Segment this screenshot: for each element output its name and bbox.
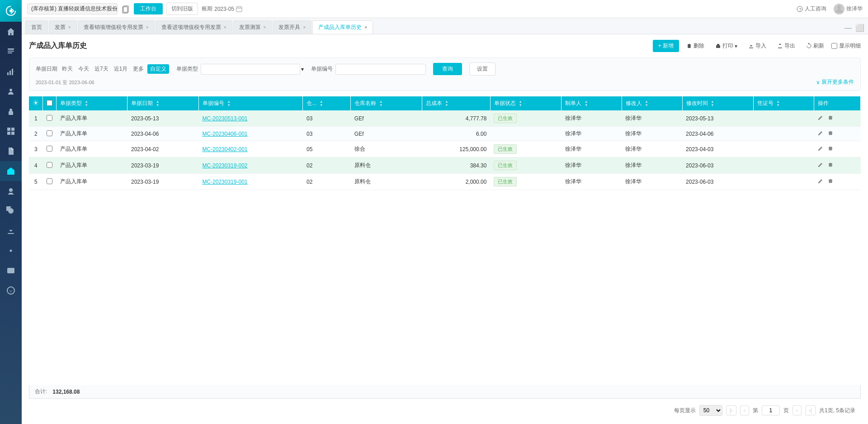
workbench-button[interactable]: 工作台 bbox=[134, 3, 163, 14]
sidebar-item-chart[interactable] bbox=[0, 62, 22, 81]
row-number[interactable]: MC-20230402-001 bbox=[198, 141, 303, 157]
row-edit-icon[interactable] bbox=[817, 178, 824, 186]
sidebar-item-accounts[interactable] bbox=[0, 81, 22, 101]
shortcut-1month[interactable]: 近1月 bbox=[112, 64, 130, 74]
tab-invoice-calc[interactable]: 发票测算 × bbox=[233, 20, 272, 34]
company-selector[interactable]: (库存核算) 直播轻娱通信息技术股份... ▾ bbox=[27, 3, 118, 14]
sidebar-item-version[interactable]: V bbox=[0, 281, 22, 300]
row-checkbox-cell[interactable] bbox=[43, 110, 57, 127]
row-number[interactable]: MC-20230319-001 bbox=[198, 174, 303, 190]
th-checkbox[interactable] bbox=[43, 96, 57, 110]
th-creator[interactable]: 制单人 ▲▼ bbox=[561, 96, 622, 110]
sidebar-item-lock[interactable] bbox=[0, 101, 22, 121]
tab-home[interactable]: 首页 bbox=[25, 20, 48, 34]
prev-page-button[interactable]: ‹ bbox=[740, 405, 749, 415]
row-delete-icon[interactable] bbox=[827, 130, 834, 138]
tab-invoice-issue-close[interactable]: × bbox=[303, 25, 306, 30]
sort-voucher-icons[interactable]: ▲▼ bbox=[776, 100, 780, 107]
row-checkbox-cell[interactable] bbox=[43, 157, 57, 174]
row-delete-icon[interactable] bbox=[827, 114, 834, 122]
th-date[interactable]: 单据日期 ▲▼ bbox=[127, 96, 198, 110]
sort-status-icons[interactable]: ▲▼ bbox=[519, 100, 522, 107]
print-button[interactable]: 打印 ▾ bbox=[712, 40, 741, 52]
sort-modifier-icons[interactable]: ▲▼ bbox=[645, 100, 648, 107]
th-voucher[interactable]: 凭证号 ▲▼ bbox=[753, 96, 814, 110]
th-status[interactable]: 单据状态 ▲▼ bbox=[490, 96, 561, 110]
sidebar-item-home[interactable] bbox=[0, 22, 22, 42]
row-checkbox-cell[interactable] bbox=[43, 174, 57, 190]
th-modifier[interactable]: 修改人 ▲▼ bbox=[622, 96, 682, 110]
th-total[interactable]: 总成本 ▲▼ bbox=[422, 96, 490, 110]
last-page-button[interactable]: ›| bbox=[805, 405, 816, 415]
row-edit-icon[interactable] bbox=[817, 130, 824, 138]
help-button[interactable]: ? 人工咨询 bbox=[797, 5, 826, 13]
delete-button[interactable]: 删除 bbox=[683, 40, 708, 52]
row-edit-icon[interactable] bbox=[817, 162, 824, 169]
sidebar-item-warehouse[interactable] bbox=[0, 161, 22, 181]
th-type[interactable]: 单据类型 ▲▼ bbox=[57, 96, 127, 110]
show-detail-toggle[interactable]: 显示明细 bbox=[831, 42, 861, 50]
shortcut-7days[interactable]: 近7天 bbox=[93, 64, 110, 74]
row-delete-icon[interactable] bbox=[827, 162, 834, 169]
refresh-button[interactable]: 刷新 bbox=[802, 40, 828, 52]
tab-invoice-close[interactable]: × bbox=[68, 25, 71, 30]
sort-creator-icons[interactable]: ▲▼ bbox=[585, 100, 588, 107]
row-edit-icon[interactable] bbox=[817, 145, 824, 153]
switch-old-button[interactable]: 切到旧版 bbox=[166, 3, 198, 15]
th-modify-time[interactable]: 修改时间 ▲▼ bbox=[682, 96, 753, 110]
next-page-button[interactable]: › bbox=[793, 405, 802, 415]
select-all-checkbox[interactable] bbox=[47, 100, 52, 106]
sort-type-icons[interactable]: ▲▼ bbox=[85, 100, 88, 107]
filter-type-input[interactable] bbox=[201, 64, 300, 75]
shortcut-custom[interactable]: 自定义 bbox=[147, 64, 169, 74]
shortcut-yesterday[interactable]: 昨天 bbox=[60, 64, 75, 74]
row-delete-icon[interactable] bbox=[827, 145, 834, 153]
sidebar-item-play[interactable] bbox=[0, 261, 22, 281]
th-number[interactable]: 单据编号 ▲▼ bbox=[198, 96, 303, 110]
sidebar-item-document[interactable] bbox=[0, 141, 22, 161]
tab-invoice-calc-close[interactable]: × bbox=[264, 25, 266, 30]
query-button[interactable]: 查询 bbox=[433, 63, 462, 75]
sidebar-item-download[interactable] bbox=[0, 221, 22, 241]
app-logo[interactable] bbox=[0, 0, 22, 22]
filter-number-input[interactable] bbox=[335, 64, 426, 75]
shortcut-more[interactable]: 更多 bbox=[131, 64, 146, 74]
tab-view-sales-close[interactable]: × bbox=[146, 25, 149, 30]
sidebar-item-settings[interactable] bbox=[0, 241, 22, 261]
copy-icon[interactable] bbox=[121, 5, 130, 14]
tab-minimize-icon[interactable]: — bbox=[844, 24, 852, 32]
page-size-select[interactable]: 50 100 200 bbox=[699, 405, 722, 416]
tab-view-sales[interactable]: 查看销项增值税专用发票 × bbox=[78, 20, 155, 34]
new-button[interactable]: + 新增 bbox=[653, 40, 679, 52]
calendar-icon[interactable] bbox=[236, 6, 242, 12]
tab-maximize-icon[interactable]: ⬜ bbox=[855, 24, 864, 32]
row-checkbox[interactable] bbox=[47, 178, 52, 184]
sort-date-icons[interactable]: ▲▼ bbox=[156, 100, 160, 107]
row-checkbox[interactable] bbox=[47, 146, 52, 152]
row-checkbox-cell[interactable] bbox=[43, 127, 57, 141]
current-page-input[interactable] bbox=[762, 405, 780, 415]
shortcut-today[interactable]: 今天 bbox=[76, 64, 91, 74]
sidebar-item-refresh-cycle[interactable] bbox=[0, 201, 22, 221]
row-number[interactable]: MC-20230319-002 bbox=[198, 157, 303, 174]
first-page-button[interactable]: |‹ bbox=[726, 405, 736, 415]
sidebar-item-stamp[interactable] bbox=[0, 181, 22, 201]
tab-view-purchase[interactable]: 查看进项增值税专用发票 × bbox=[156, 20, 232, 34]
th-warehouse-name[interactable]: 仓库名称 ▲▼ bbox=[351, 96, 422, 110]
sort-wh-name-icons[interactable]: ▲▼ bbox=[379, 100, 383, 107]
expand-filter-button[interactable]: ∨ 展开更多条件 bbox=[816, 78, 854, 86]
sort-number-icons[interactable]: ▲▼ bbox=[227, 100, 231, 107]
tab-invoice[interactable]: 发票 × bbox=[49, 20, 77, 34]
row-delete-icon[interactable] bbox=[827, 178, 834, 186]
tab-product-history-close[interactable]: × bbox=[364, 25, 367, 30]
sidebar-item-grid[interactable] bbox=[0, 121, 22, 141]
user-menu[interactable]: 徐泽华 bbox=[834, 4, 863, 14]
filter-type-dropdown-icon[interactable]: ▾ bbox=[301, 66, 304, 72]
reset-button[interactable]: 设置 bbox=[469, 62, 495, 76]
tab-invoice-issue[interactable]: 发票开具 × bbox=[273, 20, 311, 34]
row-checkbox[interactable] bbox=[47, 115, 52, 121]
import-button[interactable]: 导入 bbox=[745, 40, 770, 52]
row-edit-icon[interactable] bbox=[817, 114, 824, 122]
row-number[interactable]: MC-20230406-001 bbox=[198, 127, 303, 141]
th-warehouse-code[interactable]: 仓... ▲▼ bbox=[303, 96, 351, 110]
